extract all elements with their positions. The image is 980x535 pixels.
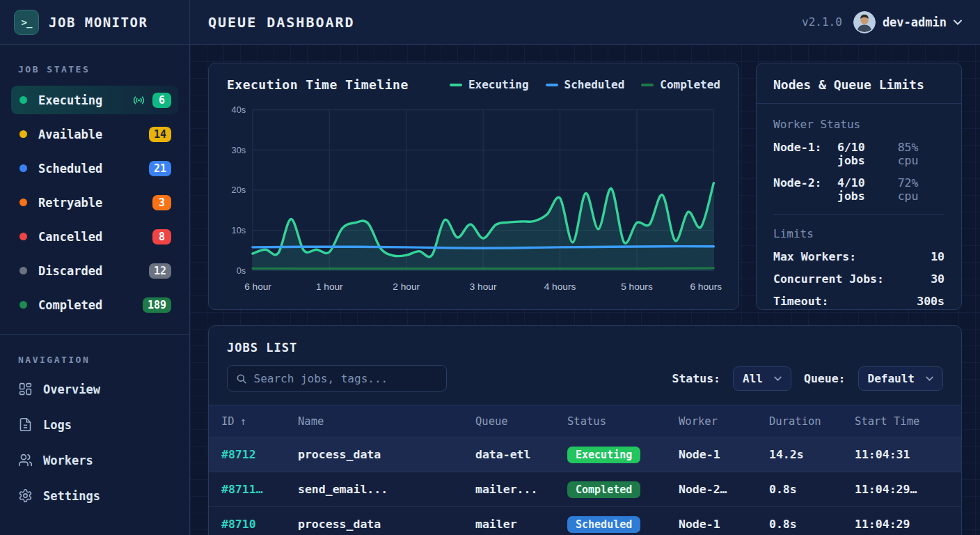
table-row[interactable]: #8711… send_email... mailer... Completed… (209, 472, 961, 507)
count-badge: 21 (149, 161, 171, 176)
limit-row: Concurrent Jobs: 30 (773, 272, 945, 286)
table-row[interactable]: #8710 process_data mailer Scheduled Node… (209, 507, 961, 535)
status-badge: Completed (567, 481, 640, 498)
legend-swatch (546, 84, 558, 86)
svg-text:10s: 10s (232, 226, 246, 235)
sidebar: JOB STATES Executing 6 Available 14 (0, 45, 190, 535)
sidebar-item-overview[interactable]: Overview (11, 376, 178, 402)
count-badge: 189 (143, 297, 171, 313)
queue-filter-label: Queue: (804, 372, 846, 385)
chart-legend: Executing Scheduled Completed (450, 78, 720, 91)
column-header-start-time[interactable]: Start Time (855, 415, 961, 428)
count-badge: 8 (152, 229, 171, 245)
svg-text:6 hour: 6 hour (244, 281, 271, 292)
avatar (853, 11, 876, 33)
column-header-duration[interactable]: Duration (769, 415, 855, 428)
timeline-panel: Execution Time Timeline Executing Schedu… (208, 63, 739, 310)
worker-status-heading: Worker Status (773, 118, 945, 131)
sidebar-item-executing[interactable]: Executing 6 (11, 86, 178, 114)
table-header-row: ID ↑ Name Queue Status Worker Duration S… (209, 405, 961, 437)
sidebar-item-retryable[interactable]: Retryable 3 (11, 188, 178, 217)
page-title: QUEUE DASHBOARD (208, 14, 355, 31)
brand: >_ JOB MONITOR (0, 0, 190, 44)
svg-text:30s: 30s (232, 146, 246, 155)
legend-swatch (450, 84, 462, 86)
live-activity-icon (132, 94, 146, 107)
legend-swatch (641, 84, 654, 86)
column-header-id[interactable]: ID ↑ (221, 415, 298, 428)
sidebar-item-scheduled[interactable]: Scheduled 21 (11, 154, 178, 183)
job-id-link[interactable]: #8711… (221, 483, 298, 496)
users-icon (18, 453, 33, 467)
column-header-name[interactable]: Name (298, 415, 475, 428)
column-header-status[interactable]: Status (567, 415, 679, 428)
job-id-link[interactable]: #8710 (221, 518, 298, 531)
node-status-row: Node-2: 4/10 jobs 72% cpu (773, 176, 945, 203)
svg-text:2 hour: 2 hour (393, 281, 420, 292)
header: QUEUE DASHBOARD v2.1.0 dev-admin (190, 0, 980, 44)
chevron-down-icon (774, 376, 782, 381)
status-dot (19, 164, 27, 172)
sidebar-item-workers[interactable]: Workers (11, 447, 178, 473)
search-input[interactable] (254, 372, 438, 385)
count-badge: 14 (149, 127, 171, 142)
main-content: Execution Time Timeline Executing Schedu… (190, 45, 980, 535)
sidebar-item-available[interactable]: Available 14 (11, 120, 178, 148)
svg-text:3 hour: 3 hour (470, 281, 497, 292)
status-filter-label: Status: (672, 372, 721, 385)
svg-text:40s: 40s (232, 105, 246, 115)
legend-item-scheduled[interactable]: Scheduled (546, 78, 625, 91)
chevron-down-icon (926, 376, 933, 381)
terminal-icon: >_ (14, 10, 39, 35)
sidebar-divider (0, 334, 189, 335)
limit-row: Max Workers: 10 (773, 250, 945, 263)
header-right: v2.1.0 dev-admin (802, 11, 962, 33)
sidebar-item-cancelled[interactable]: Cancelled 8 (11, 222, 178, 251)
count-badge: 3 (152, 195, 171, 210)
limit-row: Timeout: 300s (773, 295, 945, 308)
panel-divider (773, 214, 945, 215)
node-status-row: Node-1: 6/10 jobs 85% cpu (773, 141, 945, 167)
status-badge: Scheduled (567, 516, 640, 533)
timeline-title: Execution Time Timeline (227, 77, 409, 92)
status-dot (19, 96, 27, 104)
status-dot (19, 301, 27, 309)
user-menu-button[interactable]: dev-admin (853, 11, 962, 33)
queue-filter-select[interactable]: Default (858, 366, 943, 391)
jobs-table: ID ↑ Name Queue Status Worker Duration S… (209, 405, 961, 535)
gear-icon (18, 488, 33, 503)
app-title: JOB MONITOR (49, 15, 148, 30)
column-header-worker[interactable]: Worker (679, 415, 769, 428)
sidebar-item-logs[interactable]: Logs (11, 412, 178, 437)
count-badge: 6 (152, 93, 171, 108)
count-badge: 12 (149, 263, 171, 279)
svg-text:1 hour: 1 hour (316, 281, 343, 292)
column-header-queue[interactable]: Queue (475, 415, 567, 428)
dashboard-icon (18, 382, 33, 396)
top-bar: >_ JOB MONITOR QUEUE DASHBOARD v2.1.0 (0, 0, 980, 45)
sidebar-item-discarded[interactable]: Discarded 12 (11, 256, 178, 285)
jobs-list-panel: JOBS LIST Status: All Queue: D (208, 325, 962, 535)
user-name: dev-admin (883, 15, 947, 29)
svg-text:4 hours: 4 hours (544, 281, 576, 292)
table-row[interactable]: #8712 process_data data-etl Executing No… (209, 437, 961, 472)
nodes-panel-title: Nodes & Queue Limits (757, 63, 961, 104)
document-icon (18, 417, 33, 432)
limits-heading: Limits (773, 227, 945, 240)
legend-item-completed[interactable]: Completed (641, 78, 720, 91)
status-filter-select[interactable]: All (733, 366, 791, 391)
nodes-queue-limits-panel: Nodes & Queue Limits Worker Status Node-… (756, 63, 962, 310)
status-dot (19, 199, 27, 206)
status-dot (19, 267, 27, 274)
version-label: v2.1.0 (802, 15, 842, 29)
search-box[interactable] (227, 365, 447, 391)
svg-text:0s: 0s (237, 266, 246, 276)
legend-item-executing[interactable]: Executing (450, 78, 529, 91)
chevron-down-icon (954, 20, 962, 25)
sidebar-item-completed[interactable]: Completed 189 (11, 290, 178, 319)
job-id-link[interactable]: #8712 (221, 448, 298, 461)
sidebar-item-settings[interactable]: Settings (11, 483, 178, 509)
svg-text:20s: 20s (232, 185, 246, 195)
navigation-heading: NAVIGATION (18, 355, 178, 365)
timeline-chart: 0s10s20s30s40s6 hour1 hour2 hour3 hour4 … (219, 100, 725, 302)
